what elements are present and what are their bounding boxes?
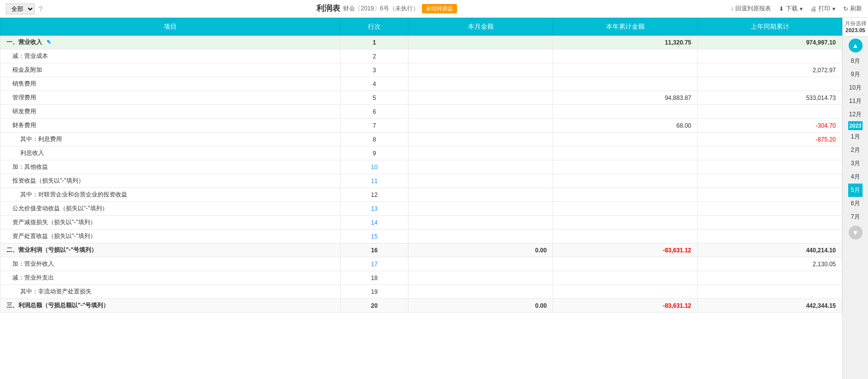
row-prev-amount — [698, 188, 842, 202]
row-item-label: 其中：对联营企业和合营企业的投资收益 — [0, 188, 341, 202]
row-line-number: 12 — [340, 188, 408, 202]
table-row: 利息收入9 — [0, 146, 842, 160]
month-item[interactable]: 10月 — [848, 81, 863, 95]
row-prev-amount: -304.70 — [698, 119, 842, 133]
row-prev-amount — [698, 77, 842, 91]
year-label: 2023 — [848, 121, 863, 130]
row-month-amount — [408, 230, 553, 243]
row-prev-amount: 974,997.10 — [698, 36, 842, 49]
row-item-label: 税金及附加 — [0, 63, 341, 77]
row-prev-amount: -875.20 — [698, 133, 842, 146]
table-row: 其中：非流动资产处置损失19 — [0, 285, 842, 299]
month-item[interactable]: 5月 — [848, 184, 863, 197]
row-month-amount — [408, 36, 553, 49]
row-month-amount — [408, 257, 553, 271]
row-ytd-amount — [553, 230, 698, 243]
scroll-up-button[interactable]: ▲ — [849, 39, 863, 52]
page-title: 利润表 — [316, 3, 340, 14]
help-icon[interactable]: ? — [39, 5, 43, 13]
row-line-number: 11 — [340, 174, 408, 188]
month-item[interactable]: 2月 — [848, 143, 863, 157]
row-item-label: 资产减值损失（损失以"-"填列） — [0, 216, 341, 230]
row-prev-amount — [698, 105, 842, 119]
row-item-label: 三、利润总额（亏损总额以"-"号填列） — [0, 299, 341, 313]
month-item[interactable]: 8月 — [848, 54, 863, 68]
row-line-number: 15 — [340, 230, 408, 243]
row-item-label: 研发费用 — [0, 105, 341, 119]
table-row: 其中：利息费用8-875.20 — [0, 133, 842, 146]
download-button[interactable]: ⬇ 下载 ▾ — [779, 4, 803, 13]
row-month-amount — [408, 77, 553, 91]
row-month-amount — [408, 216, 553, 230]
report-table: 项目 行次 本月金额 本年累计金额 上年同期累计 一、营业收入 ✎111,320… — [0, 18, 842, 313]
row-ytd-amount — [553, 49, 698, 63]
row-month-amount — [408, 49, 553, 63]
print-button[interactable]: 🖨 打印 ▾ — [811, 4, 835, 13]
month-item[interactable]: 4月 — [848, 170, 863, 184]
chevron-down-icon: ▾ — [800, 5, 803, 12]
row-month-amount — [408, 146, 553, 160]
table-row: 减：营业外支出18 — [0, 271, 842, 285]
row-item-label: 公允价值变动收益（损失以"-"填列） — [0, 202, 341, 216]
row-ytd-amount — [553, 271, 698, 285]
row-line-number: 18 — [340, 271, 408, 285]
download-icon: ⬇ — [779, 5, 784, 12]
month-item[interactable]: 1月 — [848, 130, 863, 143]
scope-dropdown[interactable]: 全部 — [6, 3, 35, 14]
row-ytd-amount — [553, 146, 698, 160]
table-row: 投资收益（损失以"-"填列）11 — [0, 174, 842, 188]
row-ytd-amount — [553, 202, 698, 216]
row-month-amount — [408, 160, 553, 174]
row-line-number: 17 — [340, 257, 408, 271]
table-row: 税金及附加32,072.97 — [0, 63, 842, 77]
row-ytd-amount — [553, 174, 698, 188]
month-item[interactable]: 3月 — [848, 157, 863, 170]
row-prev-amount: 533,014.73 — [698, 91, 842, 105]
month-item[interactable]: 6月 — [848, 197, 863, 210]
month-item[interactable]: 9月 — [848, 68, 863, 81]
row-prev-amount: 442,344.15 — [698, 299, 842, 313]
row-month-amount — [408, 174, 553, 188]
row-prev-amount — [698, 174, 842, 188]
month-item[interactable]: 11月 — [848, 95, 863, 108]
row-month-amount — [408, 119, 553, 133]
row-prev-amount — [698, 216, 842, 230]
table-row: 减：营业成本2 — [0, 49, 842, 63]
month-item[interactable]: 7月 — [848, 210, 863, 224]
month-item[interactable]: 12月 — [848, 108, 863, 121]
table-area: 项目 行次 本月金额 本年累计金额 上年同期累计 一、营业收入 ✎111,320… — [0, 18, 842, 379]
col-header-month: 本月金额 — [408, 18, 553, 36]
table-row: 加：其他收益10 — [0, 160, 842, 174]
row-line-number: 20 — [340, 299, 408, 313]
row-item-label: 利息收入 — [0, 146, 341, 160]
row-item-label: 减：营业外支出 — [0, 271, 341, 285]
row-prev-amount — [698, 202, 842, 216]
table-row: 资产减值损失（损失以"-"填列）14 — [0, 216, 842, 230]
back-button[interactable]: ↓ 回退到原报表 — [731, 4, 771, 13]
edit-icon[interactable]: ✎ — [45, 39, 51, 45]
subtitle: 财会〔2019〕6号（未执行） — [343, 4, 419, 13]
col-header-item: 项目 — [0, 18, 341, 36]
row-ytd-amount: 11,320.75 — [553, 36, 698, 49]
refresh-button[interactable]: ↻ 刷新 — [843, 4, 862, 13]
row-line-number: 1 — [340, 36, 408, 49]
print-icon: 🖨 — [811, 5, 817, 12]
row-line-number: 5 — [340, 91, 408, 105]
row-month-amount — [408, 188, 553, 202]
row-ytd-amount — [553, 105, 698, 119]
row-item-label: 加：营业外收入 — [0, 257, 341, 271]
row-item-label: 一、营业收入 ✎ — [0, 36, 341, 49]
row-line-number: 3 — [340, 63, 408, 77]
unfinished-badge: 未结转损益 — [422, 4, 457, 13]
row-month-amount — [408, 105, 553, 119]
row-ytd-amount — [553, 257, 698, 271]
row-item-label: 减：营业成本 — [0, 49, 341, 63]
row-item-label: 投资收益（损失以"-"填列） — [0, 174, 341, 188]
top-left: 全部 ? — [6, 3, 43, 14]
table-row: 研发费用6 — [0, 105, 842, 119]
row-line-number: 7 — [340, 119, 408, 133]
scroll-down-button[interactable]: ▼ — [849, 226, 863, 239]
row-line-number: 10 — [340, 160, 408, 174]
table-row: 加：营业外收入172,130.05 — [0, 257, 842, 271]
table-row: 公允价值变动收益（损失以"-"填列）13 — [0, 202, 842, 216]
